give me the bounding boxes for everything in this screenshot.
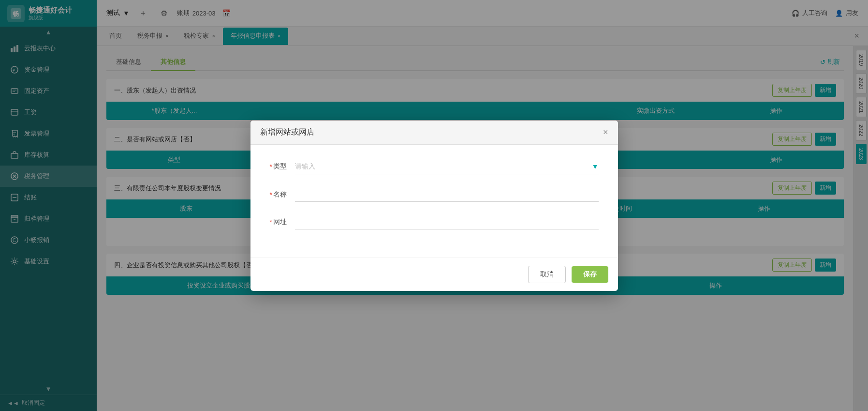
required-star-type: * [270,163,272,170]
modal-close-button[interactable]: × [603,127,608,137]
modal-overlay[interactable]: 新增网站或网店 × * 类型 请输入 ▼ * 名称 [0,0,868,411]
modal-add-website: 新增网站或网店 × * 类型 请输入 ▼ * 名称 [250,121,618,291]
form-label-type: * 类型 [270,162,289,171]
type-select[interactable]: 请输入 ▼ [295,159,599,174]
form-row-name: * 名称 [270,188,599,202]
dropdown-arrow-icon: ▼ [592,163,599,170]
form-row-url: * 网址 [270,215,599,229]
name-input[interactable] [295,188,599,202]
form-row-type: * 类型 请输入 ▼ [270,159,599,174]
modal-footer: 取消 保存 [250,258,618,291]
modal-header: 新增网站或网店 × [250,121,618,145]
required-star-name: * [270,191,272,198]
required-star-url: * [270,218,272,226]
form-label-name: * 名称 [270,190,289,199]
url-input[interactable] [295,215,599,229]
type-placeholder: 请输入 [295,162,315,171]
modal-title: 新增网站或网店 [260,127,314,137]
modal-body: * 类型 请输入 ▼ * 名称 * 网址 [250,145,618,258]
cancel-button[interactable]: 取消 [528,266,566,283]
form-label-url: * 网址 [270,218,289,227]
save-button[interactable]: 保存 [572,266,608,283]
